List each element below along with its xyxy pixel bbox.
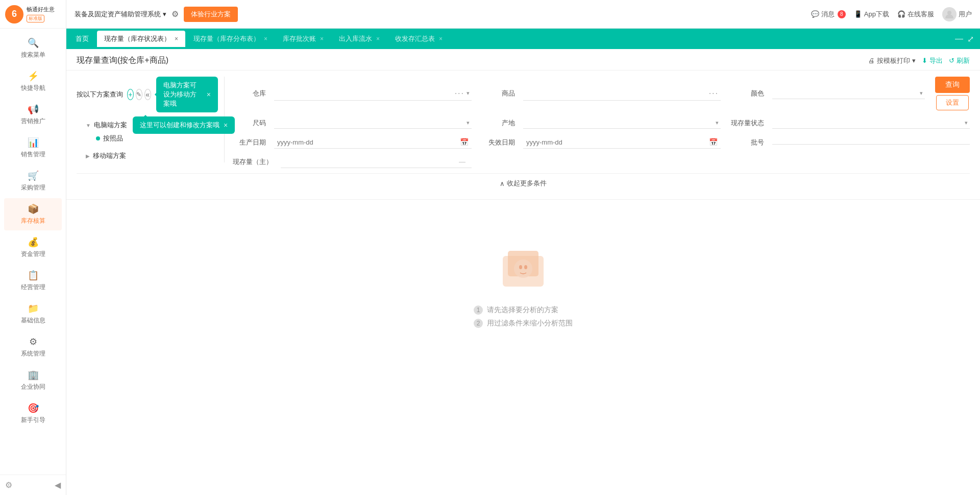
scheme-mobile[interactable]: ▶ 移动端方案: [82, 149, 218, 162]
filter-back-btn[interactable]: «: [144, 89, 151, 100]
filter-add-btn[interactable]: +: [127, 89, 134, 100]
origin-label: 产地: [482, 119, 515, 128]
goods-select[interactable]: ···: [523, 87, 721, 101]
size-label: 尺码: [233, 119, 266, 128]
inv-status-select[interactable]: ▾: [772, 117, 970, 129]
scheme-mobile-arrow: ▶: [86, 153, 90, 159]
page-actions: 🖨 按模板打印 ▾ ⬇ 导出 ↺ 刷新: [868, 56, 970, 65]
sidebar-item-inventory[interactable]: 📦 库存核算: [4, 198, 62, 230]
empty-tip-1-text: 请先选择要分析的方案: [487, 305, 558, 315]
size-select[interactable]: ▾: [274, 117, 472, 129]
tab-fullscreen-btn[interactable]: ⤢: [967, 34, 974, 44]
sidebar-item-purchase[interactable]: 🛒 采购管理: [4, 165, 62, 197]
tab-home[interactable]: 首页: [68, 31, 96, 47]
svg-point-5: [524, 265, 527, 269]
query-btn[interactable]: 查询: [935, 77, 970, 93]
collapse-bar[interactable]: ∧ 收起更多条件: [77, 173, 970, 193]
sidebar-item-quick-nav[interactable]: ⚡ 快捷导航: [4, 65, 62, 98]
inv-main-input[interactable]: —: [281, 156, 472, 168]
warehouse-dots[interactable]: ···: [455, 89, 464, 98]
tab-batch-account[interactable]: 库存批次账 ×: [276, 31, 331, 47]
sidebar-item-system[interactable]: ⚙ 系统管理: [4, 331, 62, 363]
origin-select[interactable]: ▾: [523, 117, 721, 129]
tooltip2-close[interactable]: ×: [224, 121, 228, 129]
system-name-select[interactable]: 装备及固定资产辅助管理系统 ▾: [75, 10, 166, 19]
tab-home-label: 首页: [76, 34, 89, 43]
sidebar-footer: ⚙ ◀: [0, 475, 66, 495]
header-gear-btn[interactable]: ⚙: [172, 9, 179, 19]
filter-row-origin: 产地 ▾: [482, 117, 721, 129]
sidebar-item-basic[interactable]: 📁 基础信息: [4, 298, 62, 330]
print-icon: 🖨: [868, 57, 875, 64]
batch-label: 批号: [731, 138, 764, 147]
sidebar-item-guide[interactable]: 🎯 新手引导: [4, 397, 62, 430]
sidebar-item-finance[interactable]: 💰 资金管理: [4, 231, 62, 264]
warehouse-arrow: ▾: [467, 90, 470, 97]
logo-name: 畅通好生意: [27, 6, 55, 13]
goods-dots[interactable]: ···: [709, 89, 719, 98]
guide-icon: 🎯: [28, 403, 39, 414]
tab-inventory-status-close[interactable]: ×: [175, 35, 178, 42]
app-download-btn[interactable]: 📱 App下载: [854, 10, 889, 19]
exp-date-field[interactable]: 📅: [523, 136, 721, 149]
filter-section: 按以下方案查询 + ✎ « 电脑方案可设为移动方案哦 ×: [66, 70, 980, 200]
tab-collect-send-close[interactable]: ×: [439, 35, 443, 42]
sidebar-item-search[interactable]: 🔍 搜索菜单: [4, 32, 62, 64]
tooltip-desktop-scheme: 电脑方案可设为移动方案哦 ×: [156, 77, 218, 112]
online-support-label: 在线客服: [908, 10, 934, 19]
svg-point-3: [514, 260, 532, 278]
inv-status-label: 现存量状态: [731, 119, 764, 128]
sidebar-item-operation[interactable]: 📋 经营管理: [4, 265, 62, 297]
sidebar-item-finance-label: 资金管理: [21, 250, 45, 258]
inv-main-dash: —: [459, 158, 465, 166]
message-btn[interactable]: 💬 消息 8: [811, 10, 846, 19]
tab-collect-send-label: 收发存汇总表: [395, 34, 435, 43]
sidebar-item-marketing[interactable]: 📢 营销推广: [4, 99, 62, 131]
tab-inventory-status[interactable]: 现存量（库存状况表） ×: [97, 31, 185, 47]
set-btn[interactable]: 设置: [936, 95, 969, 110]
tip-num-2: 2: [474, 319, 483, 328]
tooltip1-close[interactable]: ×: [207, 90, 211, 99]
tab-inventory-dist-close[interactable]: ×: [264, 35, 267, 42]
scheme-by-goods[interactable]: 按照品 这里可以创建和修改方案哦 ×: [92, 132, 218, 145]
filter-edit-btn[interactable]: ✎: [136, 89, 142, 100]
prod-date-field[interactable]: 📅: [274, 136, 472, 149]
tab-inout-flow[interactable]: 出入库流水 ×: [332, 31, 387, 47]
scheme-list: ▼ 电脑端方案 按照品 这里可以创建和修改方案哦: [82, 119, 218, 162]
logo-badge: 标准版: [27, 15, 44, 22]
export-btn[interactable]: ⬇ 导出: [922, 56, 943, 65]
basic-icon: 📁: [28, 303, 39, 314]
print-btn[interactable]: 🖨 按模板打印 ▾: [868, 56, 916, 65]
sidebar-item-search-label: 搜索菜单: [21, 51, 45, 59]
filter-row-prod-date: 生产日期 📅: [233, 136, 472, 149]
page-title: 现存量查询(按仓库+商品): [77, 55, 168, 66]
online-support-btn[interactable]: 🎧 在线客服: [897, 10, 934, 19]
settings-footer-btn[interactable]: ⚙: [5, 480, 12, 490]
tab-inventory-status-label: 现存量（库存状况表）: [104, 34, 170, 43]
finance-icon: 💰: [28, 237, 39, 248]
tab-inout-flow-close[interactable]: ×: [376, 35, 380, 42]
color-select[interactable]: ▾: [772, 88, 925, 99]
exp-date-calendar-icon[interactable]: 📅: [709, 138, 718, 146]
phone-icon: 📱: [854, 10, 862, 18]
export-icon: ⬇: [922, 57, 927, 64]
user-label: 用户: [959, 10, 972, 19]
tab-more-btn[interactable]: —: [955, 34, 963, 43]
sidebar-item-enterprise[interactable]: 🏢 企业协同: [4, 364, 62, 396]
experience-btn[interactable]: 体验行业方案: [184, 7, 238, 22]
batch-input[interactable]: [772, 140, 970, 145]
refresh-btn[interactable]: ↺ 刷新: [949, 56, 970, 65]
tab-batch-account-close[interactable]: ×: [320, 35, 324, 42]
tab-collect-send[interactable]: 收发存汇总表 ×: [388, 31, 450, 47]
prod-date-input[interactable]: [277, 138, 458, 146]
color-arrow: ▾: [920, 90, 923, 97]
user-area[interactable]: 用户: [942, 7, 972, 21]
tab-inventory-dist[interactable]: 现存量（库存分布表） ×: [186, 31, 275, 47]
sidebar-menu: 🔍 搜索菜单 ⚡ 快捷导航 📢 营销推广 📊 销售管理 🛒 采购管理 📦 库存核…: [0, 29, 66, 475]
warehouse-select[interactable]: ··· ▾: [274, 87, 472, 101]
sidebar-item-sales[interactable]: 📊 销售管理: [4, 132, 62, 164]
exp-date-input[interactable]: [526, 138, 707, 146]
prod-date-calendar-icon[interactable]: 📅: [460, 138, 469, 146]
collapse-sidebar-btn[interactable]: ◀: [55, 480, 61, 490]
print-label: 按模板打印: [877, 56, 910, 65]
